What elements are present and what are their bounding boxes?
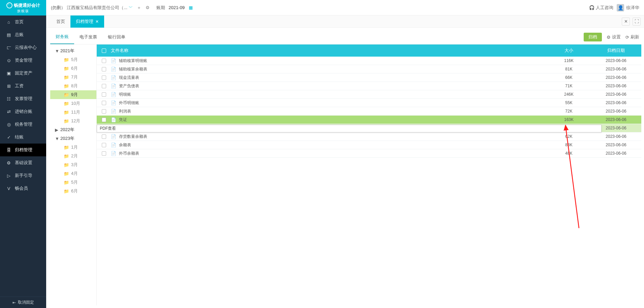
user-name: 徐泽华 (626, 5, 639, 11)
row-checkbox[interactable] (102, 134, 106, 139)
tree-month[interactable]: 📁2月 (50, 152, 96, 160)
unpin-icon: ⇤ (12, 300, 16, 305)
calendar-icon[interactable]: ▦ (188, 5, 193, 10)
tree-month[interactable]: 📁6月 (50, 64, 96, 73)
sidebar-unpin[interactable]: ⇤ 取消固定 (0, 297, 46, 308)
sidebar-item-archive[interactable]: 🗄归档管理 (0, 144, 46, 156)
page-tab[interactable]: 归档管理✕ (70, 16, 104, 28)
sidebar-item-label: 发票管理 (15, 96, 32, 102)
tree-month-label: 5月 (71, 57, 78, 63)
tab-close-button[interactable]: ✕ (622, 18, 630, 26)
gear-icon[interactable]: ⚙ (145, 5, 150, 10)
header-date: 归档日期 (591, 48, 641, 54)
row-checkbox[interactable] (102, 67, 106, 71)
tree-month-label: 7月 (71, 74, 78, 80)
table-row[interactable]: 📄凭证163K2023-06-06 (97, 116, 641, 124)
settings-link[interactable]: ⚙设置 (607, 34, 621, 40)
sidebar-item-fund[interactable]: ⊙资金管理 (0, 54, 46, 67)
tree-month[interactable]: 📁12月 (50, 117, 96, 125)
panel-tab[interactable]: 电子发票 (74, 30, 102, 44)
sidebar-item-ledger[interactable]: ▤总账 (0, 28, 46, 41)
select-all-checkbox[interactable] (102, 49, 106, 53)
sidebar-item-home[interactable]: ⌂首页 (0, 16, 46, 28)
sidebar-item-tax[interactable]: ◎税务管理 (0, 118, 46, 131)
fullscreen-button[interactable]: ⛶ (633, 18, 641, 26)
tree-year[interactable]: ▼2021年 (50, 47, 96, 55)
tree-month[interactable]: 📁6月 (50, 187, 96, 195)
user-menu[interactable]: 👤 徐泽华 (617, 4, 639, 11)
close-period-icon: ✓ (6, 134, 11, 140)
file-icon: 📄 (111, 117, 116, 122)
archive-button[interactable]: 归档 (584, 33, 602, 41)
table-row[interactable]: 📄辅助核算明细账116K2023-06-06 (97, 57, 641, 65)
sidebar-item-invoice[interactable]: ☷发票管理 (0, 92, 46, 105)
file-date: 2023-06-06 (591, 58, 641, 63)
file-table: 文件名称 大小 归档日期 📄辅助核算明细账116K2023-06-06📄辅助核算… (97, 44, 641, 305)
tree-month[interactable]: 📁7月 (50, 73, 96, 82)
sidebar-item-close-period[interactable]: ✓结账 (0, 131, 46, 144)
tree-month[interactable]: 📁10月 (50, 99, 96, 108)
add-icon[interactable]: ＋ (136, 5, 142, 10)
page-tab[interactable]: 首页 (51, 16, 70, 28)
sidebar-item-inout[interactable]: ⇄进销台账 (0, 105, 46, 118)
close-icon[interactable]: ✕ (95, 19, 99, 24)
panel-tab[interactable]: 财务账 (50, 30, 74, 44)
sidebar-item-settings[interactable]: ⚙基础设置 (0, 156, 46, 169)
tree-month[interactable]: 📁4月 (50, 169, 96, 178)
tab-label: 首页 (56, 19, 65, 25)
tree-month[interactable]: 📁5月 (50, 178, 96, 187)
row-checkbox[interactable] (102, 75, 106, 80)
row-checkbox[interactable] (102, 109, 106, 114)
file-date: 2023-06-06 (591, 92, 641, 97)
table-row[interactable]: 📄存货数量余额表62K2023-06-06 (97, 132, 641, 141)
sidebar-item-label: 新手引导 (15, 173, 32, 179)
table-row[interactable]: 📄现金流量表66K2023-06-06 (97, 73, 641, 82)
tree-month[interactable]: 📁3月 (50, 160, 96, 169)
table-row[interactable]: 📄资产负债表71K2023-06-06 (97, 82, 641, 90)
sidebar-item-salary[interactable]: ⊞工资 (0, 80, 46, 92)
ledger-icon: ▤ (6, 32, 11, 37)
sidebar-item-asset[interactable]: ▣固定资产 (0, 67, 46, 80)
period-value[interactable]: 2021-09 (168, 5, 185, 10)
file-name: 存货数量余额表 (119, 134, 147, 140)
file-date: 2023-06-06 (591, 117, 641, 122)
tree-month[interactable]: 📁5月 (50, 55, 96, 64)
file-size: 246K (547, 92, 591, 97)
tree-month-label: 6月 (71, 188, 78, 194)
fund-icon: ⊙ (6, 58, 11, 63)
sidebar-item-label: 畅会员 (15, 185, 28, 191)
refresh-link[interactable]: ⟳刷新 (625, 34, 639, 40)
row-checkbox[interactable] (102, 143, 106, 147)
tree-year[interactable]: ▼2023年 (50, 134, 96, 143)
tree-year[interactable]: ▶2022年 (50, 125, 96, 134)
company-prefix: (勿删） (51, 5, 65, 11)
panel-tab[interactable]: 银行回单 (102, 30, 131, 44)
sidebar-item-chart[interactable]: ⫍云报表中心 (0, 41, 46, 54)
row-checkbox[interactable] (102, 59, 106, 63)
file-name: 明细账 (119, 92, 131, 97)
tree-month[interactable]: 📁1月 (50, 143, 96, 152)
row-checkbox[interactable] (102, 92, 106, 97)
table-row[interactable]: 📄辅助核算余额表81K2023-06-06 (97, 65, 641, 73)
row-checkbox[interactable] (102, 118, 106, 122)
sidebar-item-vip[interactable]: V畅会员 (0, 182, 46, 195)
table-row[interactable]: 📄明细账246K2023-06-06 (97, 90, 641, 99)
tree-month[interactable]: 📁9月 (50, 90, 96, 99)
table-row[interactable]: 📄余额表83K2023-06-06 (97, 141, 641, 149)
salary-icon: ⊞ (6, 83, 11, 89)
tree-month-label: 3月 (71, 162, 78, 168)
sidebar-item-guide[interactable]: ▷新手引导 (0, 169, 46, 182)
table-row[interactable]: 📄利润表72K2023-06-06 (97, 107, 641, 116)
table-row[interactable]: 📄外币明细账55K2023-06-06 (97, 99, 641, 107)
tree-month[interactable]: 📁8月 (50, 82, 96, 90)
file-size: 62K (547, 134, 591, 139)
company-selector[interactable]: (勿删） 江西服宝精品有限责任公司（... ﹀ (51, 5, 133, 11)
row-checkbox[interactable] (102, 84, 106, 88)
row-checkbox[interactable] (102, 151, 106, 156)
consult-link[interactable]: 🎧 人工咨询 (589, 5, 613, 11)
table-row[interactable]: 📄外币余额表48K2023-06-06 (97, 149, 641, 158)
tree-month[interactable]: 📁11月 (50, 108, 96, 117)
guide-icon: ▷ (6, 173, 11, 178)
row-checkbox[interactable] (102, 101, 106, 105)
file-icon: 📄 (111, 151, 116, 156)
